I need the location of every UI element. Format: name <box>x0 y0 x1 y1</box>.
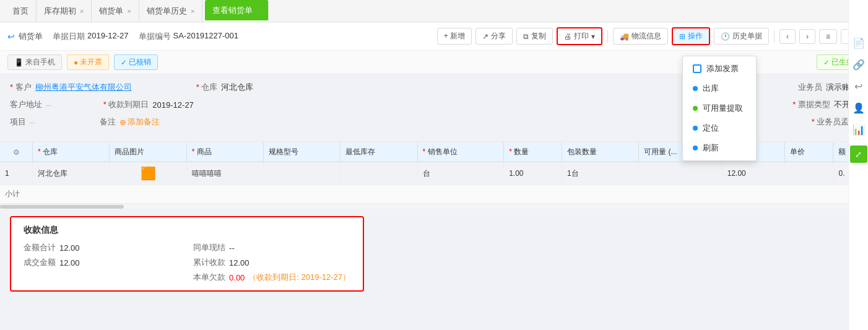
settings-col-header[interactable]: ⚙ <box>0 142 33 162</box>
payment-info-title: 收款信息 <box>24 225 350 236</box>
dropdown-available-extract[interactable]: 可用量提取 <box>683 98 756 118</box>
ticket-icon: ● <box>74 58 78 67</box>
dropdown-locate[interactable]: 定位 <box>683 118 756 138</box>
new-button[interactable]: + 新增 <box>437 28 472 45</box>
sidebar-link-icon[interactable]: 🔗 <box>853 59 865 71</box>
subtotal-label: 小计 <box>0 185 868 204</box>
operation-button[interactable]: ⊞ 操作 <box>672 27 710 45</box>
row-unit-price <box>785 162 833 185</box>
payment-row-2-right: 累计收款 12.00 <box>193 257 350 268</box>
share-icon: ↗ <box>482 32 488 41</box>
payment-info-box: 收款信息 金额合计 12.00 同单现结 -- 成交金额 12.00 累计收款 … <box>10 216 364 292</box>
tab-view-sales-close[interactable]: × <box>256 7 260 14</box>
dropdown-add-invoice[interactable]: 添加发票 <box>683 59 756 79</box>
confirm-button[interactable]: ✓ 已核销 <box>114 54 158 70</box>
payment-row-1-left: 金额合计 12.00 <box>24 242 181 253</box>
add-note-button[interactable]: ⊕ 添加备注 <box>119 116 160 128</box>
row-stock: 12.00 <box>722 162 784 185</box>
payment-row-3-right: 本单欠款 0.00 （收款到期日: 2019-12-27） <box>193 272 350 283</box>
image-col-header: 商品图片 <box>110 142 186 162</box>
operation-dropdown: 添加发票 出库 可用量提取 定位 刷新 <box>682 56 757 161</box>
subtotal-row: 小计 <box>0 185 868 204</box>
min-stock-col-header: 最低库存 <box>341 142 417 162</box>
divider <box>607 30 608 43</box>
project-field: 项目 -- <box>10 116 35 128</box>
sidebar-return-icon[interactable]: ↩ <box>854 80 862 92</box>
print-icon: 🖨 <box>564 32 571 41</box>
tab-sales-close[interactable]: × <box>127 7 131 15</box>
doc-meta: 单据日期 2019-12-27 单据编号 SA-20191227-001 <box>53 31 238 42</box>
customer-field: 客户 柳州粤港平安气体有限公司 <box>10 82 132 93</box>
right-sidebar: 📄 🔗 ↩ 👤 📊 ⤢ <box>848 0 868 299</box>
row-image: 🟧 <box>110 162 186 185</box>
tab-view-sales[interactable]: 查看销货单 × <box>205 0 268 22</box>
product-col-header: 商品 <box>186 142 263 162</box>
payment-row-3-left <box>24 272 181 283</box>
doc-type: ↩ 销货单 <box>7 31 43 42</box>
print-button[interactable]: 🖨 打印 ▾ <box>557 27 602 45</box>
history-icon: 🕐 <box>721 32 730 41</box>
row-warehouse: 河北仓库 <box>33 162 110 185</box>
tab-bar: 首页 库存期初 × 销货单 × 销货单历史 × 查看销货单 × × <box>0 0 868 22</box>
share-button[interactable]: ↗ 分享 <box>475 28 513 45</box>
extract-icon <box>693 106 698 111</box>
warehouse-field: 仓库 河北仓库 <box>196 82 254 93</box>
refresh-icon <box>693 145 698 150</box>
tab-inventory[interactable]: 库存期初 × <box>37 0 92 22</box>
dropdown-outbound[interactable]: 出库 <box>683 79 756 98</box>
customer-value[interactable]: 柳州粤港平安气体有限公司 <box>35 82 132 93</box>
scroll-thumb[interactable] <box>0 205 124 209</box>
doc-number-field: 单据编号 SA-20191227-001 <box>139 31 239 42</box>
row-product: 嘻嘻嘻嘻 <box>186 162 263 185</box>
row-available <box>639 162 723 185</box>
history-button[interactable]: 🕐 历史单据 <box>714 28 769 45</box>
logistics-button[interactable]: 🚚 物流信息 <box>613 28 668 45</box>
tab-sales-history[interactable]: 销货单历史 × <box>139 0 202 22</box>
sidebar-expand-icon[interactable]: ⤢ <box>850 145 867 163</box>
tab-sales-history-close[interactable]: × <box>191 7 194 15</box>
dropdown-refresh[interactable]: 刷新 <box>683 138 756 158</box>
from-mobile-button[interactable]: 📱 来自手机 <box>7 54 62 70</box>
add-invoice-icon <box>693 64 701 73</box>
row-min-stock <box>341 162 417 185</box>
note-field: 备注 ⊕ 添加备注 <box>100 116 160 128</box>
mobile-icon: 📱 <box>14 58 24 67</box>
unit-price-col-header: 单价 <box>785 142 833 162</box>
doc-icon: ↩ <box>7 32 15 41</box>
payment-info-grid: 金额合计 12.00 同单现结 -- 成交金额 12.00 累计收款 12.00 <box>24 242 350 283</box>
payment-row-1-right: 同单现结 -- <box>193 242 350 253</box>
outbound-icon <box>693 86 698 91</box>
address-value: -- <box>46 100 51 110</box>
qty-col-header: 数量 <box>504 142 562 162</box>
header-actions: + 新增 ↗ 分享 ⧉ 复制 🖨 打印 ▾ 🚚 物流信息 ⊞ 操作 <box>437 27 861 45</box>
unit-col-header: 销售单位 <box>417 142 504 162</box>
project-value: -- <box>30 118 35 127</box>
nav-prev-button[interactable]: ‹ <box>779 29 796 44</box>
effective-icon: ✓ <box>823 58 830 67</box>
tab-sales[interactable]: 销货单 × <box>92 0 139 22</box>
view-list-button[interactable]: ≡ <box>819 29 837 44</box>
locate-icon <box>693 126 698 131</box>
not-open-button[interactable]: ● 未开票 <box>67 54 109 70</box>
divider2 <box>774 30 775 43</box>
warehouse-value: 河北仓库 <box>221 82 253 93</box>
tab-home[interactable]: 首页 <box>5 0 37 22</box>
confirm-icon: ✓ <box>121 58 127 67</box>
bottom-section: 收款信息 金额合计 12.00 同单现结 -- 成交金额 12.00 累计收款 … <box>0 209 868 299</box>
scroll-area[interactable] <box>0 204 868 209</box>
row-spec <box>263 162 340 185</box>
nav-next-button[interactable]: › <box>799 29 815 44</box>
warehouse-col-header: 仓库 <box>33 142 110 162</box>
address-field: 客户地址 -- <box>10 99 51 110</box>
sidebar-user-icon[interactable]: 👤 <box>853 102 865 114</box>
sidebar-chart-icon[interactable]: 📊 <box>853 124 865 136</box>
copy-button[interactable]: ⧉ 复制 <box>516 28 553 45</box>
spec-col-header: 规格型号 <box>263 142 340 162</box>
row-unit: 台 <box>417 162 504 185</box>
copy-icon: ⧉ <box>523 32 529 41</box>
operation-icon: ⊞ <box>679 32 685 41</box>
sidebar-doc-icon[interactable]: 📄 <box>853 37 865 49</box>
tab-inventory-close[interactable]: × <box>80 7 84 15</box>
row-pack-qty: 1台 <box>562 162 638 185</box>
pack-qty-col-header: 包装数量 <box>562 142 638 162</box>
